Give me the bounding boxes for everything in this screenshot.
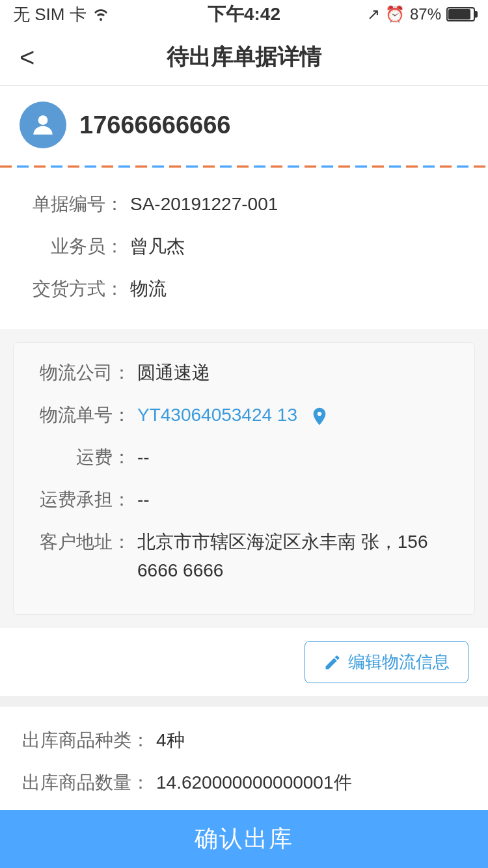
battery-percent: 87% [410, 5, 441, 23]
tracking-label: 物流单号： [27, 401, 131, 430]
location-icon: ↗ [367, 5, 380, 23]
order-number-row: 单据编号： SA-20191227-001 [20, 190, 468, 219]
status-bar: 无 SIM 卡 下午4:42 ↗ ⏰ 87% [0, 0, 488, 29]
address-label: 客户地址： [27, 528, 131, 557]
salesman-label: 业务员： [20, 232, 124, 262]
order-info-section: 单据编号： SA-20191227-001 业务员： 曾凡杰 交货方式： 物流 [0, 170, 488, 329]
salesman-row: 业务员： 曾凡杰 [20, 232, 468, 262]
edit-icon [323, 653, 342, 671]
delivery-value: 物流 [124, 275, 468, 304]
edit-logistics-button[interactable]: 编辑物流信息 [305, 641, 468, 683]
wifi-icon [92, 8, 110, 21]
carrier-text: 无 SIM 卡 [13, 3, 87, 26]
avatar-icon [29, 111, 57, 139]
tracking-row: 物流单号： YT43064053424 13 [27, 401, 461, 430]
logistics-company-label: 物流公司： [27, 359, 131, 388]
freight-row: 运费： -- [27, 443, 461, 472]
alarm-icon: ⏰ [385, 5, 405, 23]
section-separator [0, 696, 488, 707]
logistics-section: 物流公司： 圆通速递 物流单号： YT43064053424 13 运费： --… [13, 342, 475, 615]
freight-value: -- [131, 443, 461, 472]
product-quantity-row: 出库商品数量： 14.620000000000001件 [20, 768, 468, 798]
edit-btn-row: 编辑物流信息 [0, 628, 488, 696]
order-number-label: 单据编号： [20, 190, 124, 219]
back-button[interactable]: < [20, 44, 34, 70]
delivery-label: 交货方式： [20, 275, 124, 304]
product-quantity-label: 出库商品数量： [20, 768, 150, 798]
freight-bearer-row: 运费承担： -- [27, 485, 461, 515]
freight-label: 运费： [27, 443, 131, 472]
user-phone: 17666666666 [79, 111, 230, 139]
battery-icon [446, 7, 475, 21]
logistics-company-value: 圆通速递 [131, 359, 461, 388]
freight-bearer-label: 运费承担： [27, 485, 131, 515]
user-avatar [20, 102, 66, 148]
svg-point-0 [38, 115, 48, 125]
product-type-value: 4种 [150, 726, 468, 755]
logistics-company-row: 物流公司： 圆通速递 [27, 359, 461, 388]
page-title: 待出库单据详情 [167, 42, 321, 72]
order-number-value: SA-20191227-001 [124, 190, 468, 219]
location-pin-icon[interactable] [309, 406, 330, 427]
divider-canvas [0, 164, 488, 169]
address-value: 北京市市辖区海淀区永丰南 张，156 6666 6666 [131, 528, 461, 586]
tracking-value: YT43064053424 13 [131, 401, 461, 430]
status-time: 下午4:42 [208, 2, 280, 27]
edit-logistics-label: 编辑物流信息 [348, 651, 450, 673]
user-header: 17666666666 [0, 86, 488, 164]
salesman-value: 曾凡杰 [124, 232, 468, 262]
product-type-row: 出库商品种类： 4种 [20, 726, 468, 755]
product-type-label: 出库商品种类： [20, 726, 150, 755]
confirm-button-label: 确认出库 [195, 823, 293, 855]
delivery-row: 交货方式： 物流 [20, 275, 468, 304]
main-content: 17666666666 单据编号： SA-20191227-001 业务员： 曾… [0, 86, 488, 868]
product-quantity-value: 14.620000000000001件 [150, 768, 468, 798]
address-row: 客户地址： 北京市市辖区海淀区永丰南 张，156 6666 6666 [27, 528, 461, 586]
decorative-divider [0, 164, 488, 170]
nav-bar: < 待出库单据详情 [0, 29, 488, 86]
status-left: 无 SIM 卡 [13, 3, 110, 26]
freight-bearer-value: -- [131, 485, 461, 515]
confirm-button[interactable]: 确认出库 [0, 810, 488, 868]
status-right: ↗ ⏰ 87% [367, 5, 475, 23]
